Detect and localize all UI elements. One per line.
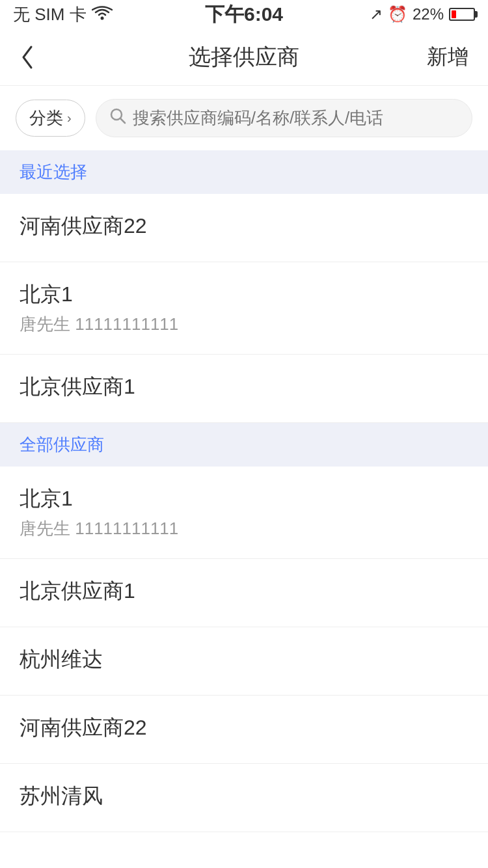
chevron-right-icon: › bbox=[67, 111, 72, 126]
back-button[interactable] bbox=[20, 44, 35, 70]
status-right: ↗ ⏰ 22% bbox=[370, 5, 475, 23]
all-section-header: 全部供应商 bbox=[0, 423, 488, 467]
list-item[interactable]: 北京供应商1 bbox=[0, 355, 488, 423]
nav-bar: 选择供应商 新增 bbox=[0, 29, 488, 86]
status-time: 下午6:04 bbox=[205, 1, 283, 28]
list-item[interactable]: 河南供应商22 bbox=[0, 194, 488, 262]
all-items-list: 北京1 唐先生 11111111111 北京供应商1 杭州维达 河南供应商22 … bbox=[0, 467, 488, 832]
item-name: 北京1 bbox=[20, 280, 468, 309]
no-sim-text: 无 SIM 卡 bbox=[13, 3, 87, 26]
recent-section-header: 最近选择 bbox=[0, 150, 488, 194]
list-item[interactable]: 北京1 唐先生 11111111111 bbox=[0, 467, 488, 559]
recent-header-text: 最近选择 bbox=[20, 162, 87, 182]
item-name: 河南供应商22 bbox=[20, 714, 468, 742]
category-label: 分类 bbox=[29, 107, 63, 129]
item-name: 苏州清风 bbox=[20, 782, 468, 811]
all-header-text: 全部供应商 bbox=[20, 435, 104, 454]
list-item[interactable]: 杭州维达 bbox=[0, 627, 488, 696]
item-contact: 唐先生 11111111111 bbox=[20, 517, 468, 540]
add-button[interactable]: 新增 bbox=[427, 43, 468, 72]
battery-percent: 22% bbox=[413, 5, 444, 23]
list-item[interactable]: 河南供应商22 bbox=[0, 696, 488, 764]
status-bar: 无 SIM 卡 下午6:04 ↗ ⏰ 22% bbox=[0, 0, 488, 29]
item-name: 杭州维达 bbox=[20, 645, 468, 674]
category-filter[interactable]: 分类 › bbox=[16, 100, 85, 137]
page-title: 选择供应商 bbox=[189, 42, 299, 72]
recent-items-list: 河南供应商22 北京1 唐先生 11111111111 北京供应商1 bbox=[0, 194, 488, 423]
list-item[interactable]: 苏州清风 bbox=[0, 764, 488, 832]
list-item[interactable]: 北京供应商1 bbox=[0, 559, 488, 627]
battery-icon bbox=[449, 8, 475, 21]
wifi-icon bbox=[92, 5, 113, 25]
search-icon bbox=[109, 107, 126, 129]
location-icon: ↗ bbox=[370, 5, 383, 23]
list-item[interactable]: 北京1 唐先生 11111111111 bbox=[0, 262, 488, 355]
item-name: 北京供应商1 bbox=[20, 373, 468, 401]
status-left: 无 SIM 卡 bbox=[13, 3, 113, 26]
item-name: 北京供应商1 bbox=[20, 577, 468, 606]
search-input[interactable] bbox=[133, 108, 459, 128]
search-box[interactable] bbox=[96, 99, 472, 137]
item-name: 北京1 bbox=[20, 485, 468, 513]
item-name: 河南供应商22 bbox=[20, 212, 468, 241]
svg-line-2 bbox=[120, 118, 125, 123]
alarm-icon: ⏰ bbox=[388, 5, 407, 23]
filter-bar: 分类 › bbox=[0, 86, 488, 150]
item-contact: 唐先生 11111111111 bbox=[20, 313, 468, 336]
svg-point-0 bbox=[100, 16, 103, 20]
